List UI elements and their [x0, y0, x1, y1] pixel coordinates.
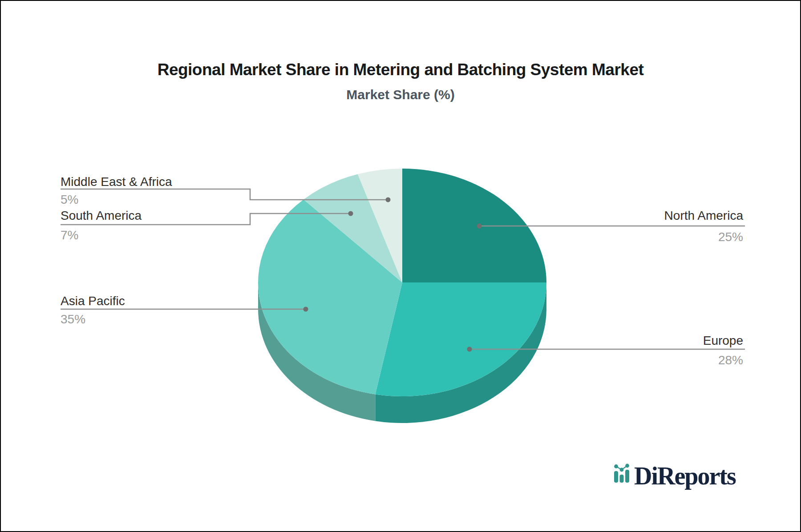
- pct-north-america: 25%: [718, 230, 743, 244]
- pct-south-america: 7%: [61, 229, 78, 242]
- label-middle-east-africa: Middle East & Africa: [61, 175, 172, 189]
- pct-europe: 28%: [718, 354, 743, 367]
- dot-asia-pacific: [303, 307, 308, 312]
- pct-middle-east-africa: 5%: [61, 193, 78, 207]
- bar-line-chart-icon: [612, 463, 631, 485]
- pie-slice-europe: [375, 282, 546, 396]
- dot-north-america: [477, 224, 482, 229]
- logo-text: DiReports: [634, 463, 736, 488]
- pct-asia-pacific: 35%: [61, 313, 85, 326]
- label-south-america: South America: [61, 209, 142, 223]
- direports-logo: DiReports: [612, 463, 736, 488]
- label-europe: Europe: [703, 334, 743, 348]
- label-north-america: North America: [664, 209, 743, 223]
- pie-slices: [258, 169, 546, 423]
- dot-middle-east-africa: [386, 197, 391, 202]
- pie-chart: [1, 1, 801, 532]
- chart-canvas: Regional Market Share in Metering and Ba…: [0, 0, 801, 532]
- dot-south-america: [348, 211, 353, 216]
- label-asia-pacific: Asia Pacific: [61, 294, 125, 308]
- dot-europe: [467, 347, 472, 352]
